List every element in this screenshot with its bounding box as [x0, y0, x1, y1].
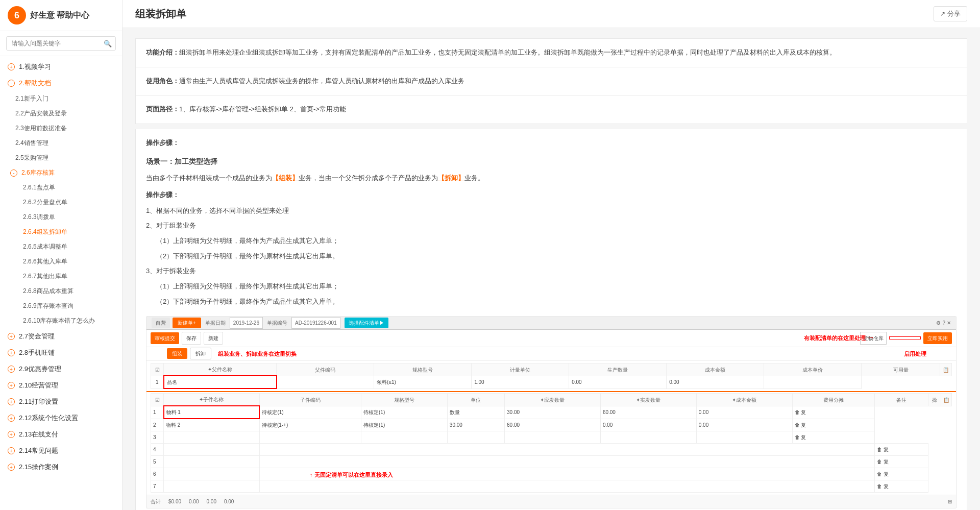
sidebar-item-2-8[interactable]: + 2.8手机旺铺	[0, 345, 122, 361]
ss-btn-new: 新建	[204, 332, 223, 345]
sidebar-item-2-6-1[interactable]: 2.6.1盘点单	[0, 180, 122, 195]
annotation4-text: 无固定清单可以在这里直接录入	[314, 472, 393, 478]
nav-section: + 1.视频学习 - 2.帮助文档 2.1新手入门 2.2产品安装及登录 2.3…	[0, 56, 122, 478]
sidebar-item-2-1[interactable]: 2.1新手入门	[0, 91, 122, 106]
expand-2-15-icon: +	[8, 464, 15, 471]
path-label: 页面路径：	[146, 105, 179, 113]
sidebar-item-2-7[interactable]: + 2.7资金管理	[0, 328, 122, 345]
share-icon: ↗	[940, 10, 945, 17]
ss-lower-row2-plan: 60.00	[505, 419, 601, 431]
ss-lower-row2-unit: 30.00	[447, 419, 504, 431]
nav-label-2-6: 2.6库存核算	[21, 168, 55, 177]
sidebar-item-2-6-10[interactable]: 2.6.10库存账本错了怎么办	[0, 313, 122, 328]
role-text: 通常由生产人员或库管人员完成拆装业务的操作，库管人员确认原材料的出库和产成品的入…	[179, 77, 464, 85]
ss-lower-row3-alloc: 🗑 复	[792, 431, 875, 444]
ops-steps-label: 操作步骤：	[146, 189, 957, 202]
ss-lower-row6-name	[164, 468, 260, 480]
ss-lower-row3-code	[259, 431, 361, 444]
role-label: 使用角色：	[146, 77, 179, 85]
app-header: 6 好生意 帮助中心	[0, 0, 122, 31]
ss-warehouse-input	[889, 336, 921, 339]
sidebar-item-2-6-3[interactable]: 2.6.3调拨单	[0, 210, 122, 225]
nav-label-2-7: 2.7资金管理	[19, 332, 55, 341]
nav-label-2-15: 2.15操作案例	[19, 463, 58, 472]
annotation1-text: 有装配清单的在这里处理	[804, 335, 866, 341]
sidebar-item-video[interactable]: + 1.视频学习	[0, 59, 122, 75]
expand-2-7-icon: +	[8, 333, 15, 340]
sidebar-item-2-6-4[interactable]: 2.6.4组装拆卸单	[0, 225, 122, 239]
ss-annotation1-btn: 选择配件清单▶	[345, 318, 388, 328]
sidebar-item-2-15[interactable]: + 2.15操作案例	[0, 459, 122, 475]
ss-lower-row7-rest	[259, 480, 874, 493]
expand-2-9-icon: +	[8, 366, 15, 373]
ss-lower-row2-code: 待核定(1-+)	[259, 419, 361, 431]
ss-footer: 合计 $0.00 0.00 0.00 0.00 ⊞	[146, 495, 956, 508]
sidebar-item-2-6-7[interactable]: 2.6.7其他出库单	[0, 269, 122, 284]
sidebar-item-2-4[interactable]: 2.4销售管理	[0, 136, 122, 151]
sidebar-item-2-5[interactable]: 2.5采购管理	[0, 151, 122, 165]
sidebar-item-2-13[interactable]: + 2.13在线支付	[0, 426, 122, 443]
step2: 2、对于组装业务	[146, 220, 957, 232]
scene-label: 场景一：加工类型选择	[146, 155, 957, 168]
ss-footer-qty: $0.00	[168, 497, 181, 506]
sidebar-item-2-3[interactable]: 2.3使用前数据准备	[0, 121, 122, 136]
ss-icon-help: ?	[942, 318, 945, 328]
step2-1: （1）上部明细为父件明细，最终作为产成品生成其它入库单；	[146, 235, 957, 248]
ss-lower-row5-check: 5	[151, 456, 164, 468]
ss-no-label: 单据编号	[267, 318, 287, 328]
ss-lower-row2-cost: 0.00	[696, 419, 792, 431]
ss-lower-row2-check: 2	[151, 419, 164, 431]
ss-footer-amount: 0.00	[189, 497, 199, 506]
share-label: 分享	[947, 9, 961, 18]
sidebar-item-2-10[interactable]: + 2.10经营管理	[0, 377, 122, 394]
ss-lower-row3-actual	[600, 431, 696, 444]
sidebar-item-2-11[interactable]: + 2.11打印设置	[0, 394, 122, 410]
annotation2: 组装业务、拆卸业务在这里切换	[218, 349, 297, 359]
share-button[interactable]: ↗ 分享	[934, 6, 967, 21]
ss-lower-row3-plan	[505, 431, 601, 444]
sidebar-item-2-6[interactable]: - 2.6库存核算	[0, 165, 122, 180]
ss-lower-row6-alloc: 🗑 复	[875, 468, 928, 480]
ss-lower-row1-plan: 30.00	[505, 406, 601, 419]
sidebar-item-2-14[interactable]: + 2.14常见问题	[0, 443, 122, 459]
sidebar-item-2-2[interactable]: 2.2产品安装及登录	[0, 106, 122, 121]
ss-lower-row2-alloc: 🗑 复	[792, 419, 875, 431]
main-area: 组装拆卸单 ↗ 分享 功能介绍：组装拆卸单用来处理企业组装或拆卸等加工业务，支持…	[122, 0, 980, 510]
zuzhuan-link[interactable]: 【组装】	[272, 174, 299, 182]
ss-date-label: 单据日期	[205, 318, 226, 328]
step2-2: （2）下部明细为子件明细，最终作为原材料生成其它出库单。	[146, 250, 957, 263]
expand-2-12-icon: +	[8, 415, 15, 422]
ss-close-icon: ✕	[947, 318, 951, 328]
ss-lower-row1-code: 待核定(1)	[259, 406, 361, 419]
ss-upper-table: ☑ ✦父件名称 父件编码 规格型号 计量单位 生产数量 成本金额 成本单价 可用…	[151, 363, 952, 389]
ss-date-value: 2019-12-26	[230, 317, 263, 329]
step3: 3、对于拆装业务	[146, 265, 957, 278]
ss-nav-active: 新建单+	[173, 318, 201, 328]
expand-icon: +	[8, 63, 15, 70]
sidebar-item-docs[interactable]: - 2.帮助文档	[0, 75, 122, 91]
ss-lower-row3-cost	[696, 431, 792, 444]
ss-lower-row2-spec: 待核定(1)	[361, 419, 447, 431]
ss-lower-row5-alloc: 🗑 复	[875, 456, 928, 468]
chaijian-link[interactable]: 【拆卸】	[438, 174, 464, 182]
sidebar-item-2-6-5[interactable]: 2.6.5成本调整单	[0, 239, 122, 254]
ss-footer-price: 0.00	[224, 497, 234, 506]
intro-text: 组装拆卸单用来处理企业组装或拆卸等加工业务，支持有固定装配清单的产品加工业务，也…	[179, 48, 836, 56]
sidebar-item-2-6-9[interactable]: 2.6.9库存账本查询	[0, 299, 122, 313]
sidebar-item-2-6-2[interactable]: 2.6.2分量盘点单	[0, 195, 122, 210]
sidebar-item-2-6-6[interactable]: 2.6.6其他入库单	[0, 254, 122, 269]
nav-label-video: 1.视频学习	[19, 62, 51, 71]
ss-lower-row7-alloc: 🗑 复	[875, 480, 928, 493]
ss-row1-qty: 0.00	[569, 376, 667, 388]
sidebar-item-2-6-8[interactable]: 2.6.8商品成本重算	[0, 284, 122, 299]
ss-lower-row1-check: 1	[151, 406, 164, 419]
search-input[interactable]	[6, 36, 116, 51]
sidebar-item-2-12[interactable]: + 2.12系统个性化设置	[0, 410, 122, 426]
ss-lower-row1-actual: 60.00	[600, 406, 696, 419]
role-section: 使用角色：通常由生产人员或库管人员完成拆装业务的操作，库管人员确认原材料的出库和…	[135, 67, 967, 96]
intro-section: 功能介绍：组装拆卸单用来处理企业组装或拆卸等加工业务，支持有固定装配清单的产品加…	[135, 38, 967, 67]
ss-lower-row5-rest	[259, 456, 874, 468]
sidebar-item-2-9[interactable]: + 2.9优惠券管理	[0, 361, 122, 377]
app-title: 好生意 帮助中心	[30, 10, 89, 21]
search-box[interactable]: 🔍	[0, 31, 122, 56]
